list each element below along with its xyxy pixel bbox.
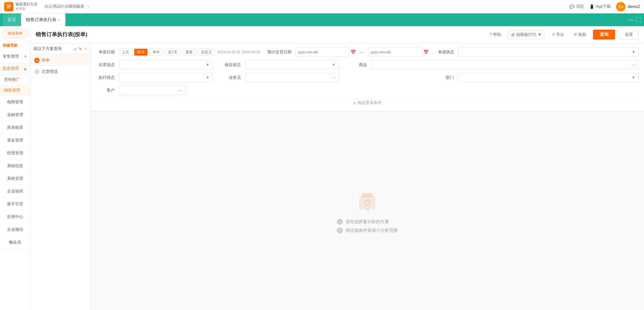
- collapse-chevron-icon: ∧: [353, 101, 356, 105]
- tab-bar-actions: — ⛶: [628, 17, 641, 23]
- tab-home[interactable]: 首页: [3, 13, 21, 26]
- sidebar-item-newbie[interactable]: 新手引导: [0, 198, 30, 211]
- department-select[interactable]: ▼: [458, 73, 639, 82]
- department-arrow-icon: ▼: [632, 75, 636, 80]
- help-button[interactable]: ? 帮助: [487, 31, 504, 39]
- wholesale-arrow-icon: ▲: [23, 66, 27, 71]
- left-panel-actions: + ✎ «: [74, 46, 87, 52]
- print-arrow-icon: ▼: [538, 32, 542, 37]
- logo-area: 好 畅捷通好生意 标准版: [4, 2, 38, 11]
- salesperson-select[interactable]: ···: [245, 73, 339, 82]
- export-button[interactable]: ↗ 导出: [549, 31, 567, 39]
- main-right: 单据日期 上月 本月 本年 近7天 更多 自定义 2023-03-01 至 20…: [91, 43, 644, 310]
- product-dots-icon[interactable]: ···: [632, 62, 636, 67]
- sidebar-item-enterprise[interactable]: 企业协同: [0, 185, 30, 198]
- refresh-button[interactable]: ↺ 刷新: [571, 31, 589, 39]
- query-button[interactable]: 查询: [593, 30, 615, 40]
- calendar-start-icon[interactable]: 📅: [351, 50, 356, 55]
- settings-button[interactable]: 设置: [619, 30, 639, 40]
- message-button[interactable]: 💬 消息: [570, 4, 584, 9]
- collection-status-select[interactable]: ▼: [245, 60, 339, 69]
- sidebar-item-ecommerce[interactable]: 电商管理: [0, 96, 30, 109]
- sidebar-item-enterprise-wechat-label: 企业微信: [7, 227, 23, 232]
- scheme-label-qianhuo: 欠货情况: [42, 69, 58, 74]
- scheme-item-bandan[interactable]: ● 按单: [30, 55, 90, 66]
- sidebar-item-inventory[interactable]: 库存核算: [0, 121, 30, 134]
- help-label: 帮助: [493, 32, 501, 38]
- sidebar-item-finance[interactable]: 资金管理: [0, 134, 30, 147]
- execution-status-select[interactable]: ▼: [119, 73, 213, 82]
- refresh-icon: ↺: [574, 32, 577, 37]
- customer-dots-icon[interactable]: ···: [179, 88, 183, 93]
- top-bar-right: 💬 消息 📱 App下载 Ea demo2: [570, 2, 640, 11]
- sidebar-item-app-center[interactable]: 应用中心: [0, 211, 30, 223]
- expected-delivery-end-input[interactable]: [368, 47, 422, 57]
- tab-minimize-icon[interactable]: —: [628, 17, 633, 23]
- breadcrumb: 办公用品行业模拟账套 ▼: [44, 4, 90, 9]
- tab-maximize-icon[interactable]: ⛶: [636, 17, 641, 23]
- sidebar-item-operations[interactable]: 经营管理: [0, 147, 30, 160]
- hint-num-1: 1: [337, 219, 343, 225]
- add-scheme-icon[interactable]: +: [74, 46, 76, 52]
- scheme-icon-dot2: ○: [36, 70, 38, 73]
- empty-hint-2: 2 用过滤条件来缩小分析范围: [337, 227, 398, 234]
- salesperson-dots-icon[interactable]: ···: [332, 75, 336, 80]
- collapse-panel-icon[interactable]: «: [85, 46, 87, 52]
- scheme-icon-bandan: ●: [34, 58, 40, 63]
- scheme-item-qianhuo[interactable]: ○ 欠货情况: [30, 66, 90, 78]
- date-range-text: 2023-03-01 至 2023-03-31: [217, 50, 261, 55]
- sidebar-item-inventory-label: 库存核算: [7, 125, 23, 131]
- filter-row-1: 单据日期 上月 本月 本年 近7天 更多 自定义 2023-03-01 至 20…: [96, 47, 639, 57]
- user-area[interactable]: Ea demo2: [616, 2, 640, 11]
- date-prev-month-btn[interactable]: 上月: [119, 49, 132, 56]
- search-menu-button[interactable]: 搜索菜单: [3, 29, 27, 38]
- sidebar-item-retail[interactable]: 零售管理 ▼: [0, 50, 30, 63]
- sidebar-item-basic-info-label: 基础信息: [7, 163, 23, 169]
- sidebar-item-wholesale[interactable]: 批发管理 ▲: [0, 63, 30, 74]
- edit-scheme-icon[interactable]: ✎: [78, 46, 83, 52]
- customer-select[interactable]: ···: [119, 86, 186, 95]
- tab-sales-order-exec[interactable]: 销售订单执行表 ×: [21, 13, 65, 26]
- collection-status-label: 收款状态: [222, 62, 241, 68]
- date-current-month-btn[interactable]: 本月: [134, 49, 148, 56]
- order-status-label: 单据状态: [435, 49, 454, 55]
- sidebar-item-enterprise-wechat[interactable]: 企业微信: [0, 223, 30, 236]
- sidebar-item-member[interactable]: 畅会员: [0, 236, 30, 249]
- sidebar-item-system[interactable]: 系统管理: [0, 172, 30, 185]
- calendar-end-icon[interactable]: 📅: [423, 50, 429, 55]
- breadcrumb-chevron-icon[interactable]: ▼: [87, 5, 90, 8]
- sidebar-sub-sales-label: 销售管理: [4, 88, 20, 93]
- print-button[interactable]: 🖨 按模板打印 ▼: [508, 30, 545, 39]
- avatar-text: Ea: [619, 5, 623, 9]
- date-current-year-btn[interactable]: 本年: [150, 49, 163, 56]
- sidebar-item-system-label: 系统管理: [7, 176, 23, 182]
- shipment-status-select[interactable]: ▼: [119, 60, 213, 69]
- filter-row-3: 执行状态 ▼ 业务员 ··· 部门: [96, 73, 639, 82]
- expected-delivery-start-input[interactable]: [296, 47, 349, 57]
- date-custom-btn[interactable]: 自定义: [198, 49, 215, 56]
- sidebar-sub-sales[interactable]: 销售管理: [0, 85, 30, 96]
- page-title: 销售订单执行表(按单): [36, 31, 88, 38]
- date-last7-btn[interactable]: 近7天: [165, 49, 180, 56]
- tab-close-icon[interactable]: ×: [58, 18, 60, 22]
- filter-row-4: 客户 ···: [96, 86, 639, 95]
- header-actions: ? 帮助 🖨 按模板打印 ▼ ↗ 导出 ↺ 刷新 查询 设置: [487, 30, 639, 40]
- date-more-btn[interactable]: 更多: [182, 49, 196, 56]
- export-icon: ↗: [551, 32, 555, 37]
- scheme-label-bandan: 按单: [42, 57, 50, 63]
- empty-state: 1 请先选择要分析的方案 2 用过滤条件来缩小分析范围: [91, 111, 644, 310]
- product-input-area: ···: [371, 60, 639, 69]
- empty-hint-2-text: 用过滤条件来缩小分析范围: [345, 227, 398, 234]
- refresh-label: 刷新: [578, 32, 586, 38]
- sidebar-sub-marketing[interactable]: 营销推广: [0, 74, 30, 85]
- sidebar-item-purchase[interactable]: 采购管理: [0, 109, 30, 121]
- empty-hint-1: 1 请先选择要分析的方案: [337, 219, 398, 225]
- collapse-filter-button[interactable]: ∧ 收起更多条件: [96, 98, 639, 107]
- sidebar-item-basic-info[interactable]: 基础信息: [0, 160, 30, 172]
- product-select[interactable]: ···: [371, 60, 639, 69]
- app-download-button[interactable]: 📱 App下载: [589, 4, 611, 9]
- sidebar-item-enterprise-label: 企业协同: [7, 189, 23, 194]
- tab-bar: 首页 销售订单执行表 × — ⛶: [0, 13, 644, 26]
- order-status-select[interactable]: ▼: [458, 47, 639, 57]
- app-download-icon: 📱: [589, 4, 594, 9]
